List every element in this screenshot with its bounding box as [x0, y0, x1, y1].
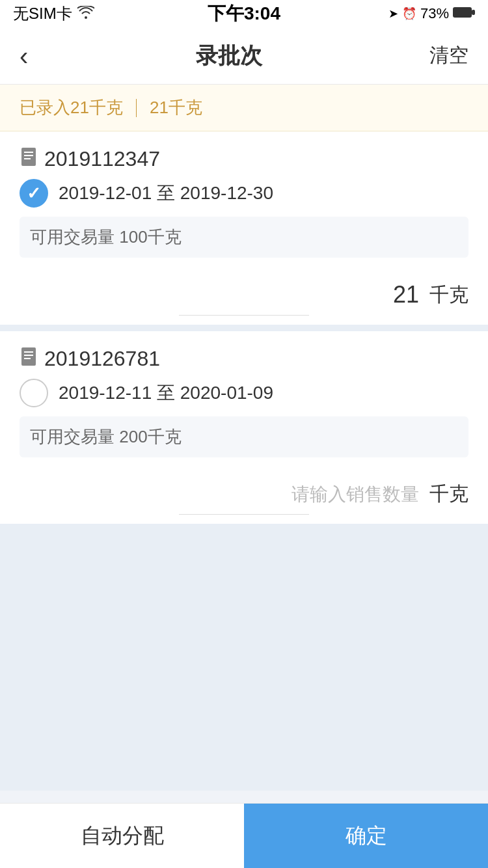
amount-row-1: 21 千克	[0, 271, 488, 315]
input-row-2: 请输入销售数量 千克	[0, 470, 488, 514]
wifi-icon	[77, 5, 94, 23]
batch-doc-icon-2	[20, 347, 39, 371]
svg-rect-0	[453, 7, 472, 18]
back-button[interactable]: ‹	[20, 43, 28, 69]
batch-id-row-2: 2019126781	[20, 347, 468, 371]
page-title: 录批次	[196, 41, 262, 71]
svg-rect-6	[21, 347, 36, 366]
carrier-label: 无SIM卡	[13, 3, 72, 24]
batch-available-1: 可用交易量 100千克	[20, 217, 468, 258]
location-icon: ➤	[388, 7, 398, 21]
amount-value-1[interactable]: 21	[393, 281, 419, 308]
input-placeholder-2[interactable]: 请输入销售数量	[291, 482, 419, 507]
radio-unchecked-2[interactable]	[20, 379, 48, 407]
nav-bar: ‹ 录批次 清空	[0, 27, 488, 85]
batch-date-row-2[interactable]: 2019-12-11 至 2020-01-09	[20, 379, 468, 407]
svg-rect-2	[21, 148, 36, 166]
svg-rect-9	[24, 358, 31, 359]
input-wrapper-2: 请输入销售数量 千克	[0, 470, 488, 530]
input-unit-2: 千克	[429, 481, 468, 508]
status-bar: 无SIM卡 下午3:04 ➤ ⏰ 73%	[0, 0, 488, 27]
battery-icon	[453, 5, 475, 22]
batch-date-row-1[interactable]: 2019-12-01 至 2019-12-30	[20, 179, 468, 208]
summary-divider	[136, 99, 137, 117]
bottom-bar: 自动分配 确定	[0, 803, 488, 868]
confirm-button[interactable]: 确定	[244, 804, 488, 868]
radio-checked-1[interactable]	[20, 179, 48, 208]
batch-item-1: 2019112347 2019-12-01 至 2019-12-30 可用交易量…	[0, 131, 488, 331]
empty-area	[0, 530, 488, 791]
batch-available-2: 可用交易量 200千克	[20, 416, 468, 457]
amount-unit-1: 千克	[429, 282, 468, 308]
summary-already: 已录入21千克	[20, 96, 123, 119]
alarm-icon: ⏰	[402, 7, 416, 21]
svg-rect-1	[472, 10, 475, 15]
batch-doc-icon-1	[20, 147, 39, 171]
batch-id-1: 2019112347	[44, 147, 160, 171]
svg-rect-5	[24, 158, 31, 159]
batch-date-1: 2019-12-01 至 2019-12-30	[59, 181, 273, 206]
amount-underline-1	[179, 315, 309, 316]
status-time: 下午3:04	[208, 1, 280, 26]
summary-bar: 已录入21千克 21千克	[0, 85, 488, 131]
input-underline-2	[179, 514, 309, 515]
summary-count: 21千克	[150, 96, 202, 119]
clear-button[interactable]: 清空	[429, 42, 468, 69]
batch-item-1-content: 2019112347 2019-12-01 至 2019-12-30 可用交易量…	[0, 131, 488, 271]
status-right: ➤ ⏰ 73%	[388, 5, 475, 22]
batch-item-2: 2019126781 2019-12-11 至 2020-01-09 可用交易量…	[0, 331, 488, 530]
svg-rect-4	[24, 155, 33, 156]
amount-wrapper-1: 21 千克	[0, 271, 488, 331]
batch-id-row-1: 2019112347	[20, 147, 468, 171]
svg-rect-8	[24, 355, 33, 356]
batch-id-2: 2019126781	[44, 347, 160, 371]
svg-rect-7	[24, 351, 33, 353]
status-left: 无SIM卡	[13, 3, 94, 24]
battery-percent: 73%	[420, 5, 449, 22]
svg-rect-3	[24, 152, 33, 153]
batch-item-2-content: 2019126781 2019-12-11 至 2020-01-09 可用交易量…	[0, 331, 488, 470]
batch-date-2: 2019-12-11 至 2020-01-09	[59, 381, 273, 405]
auto-distribute-button[interactable]: 自动分配	[0, 804, 244, 868]
